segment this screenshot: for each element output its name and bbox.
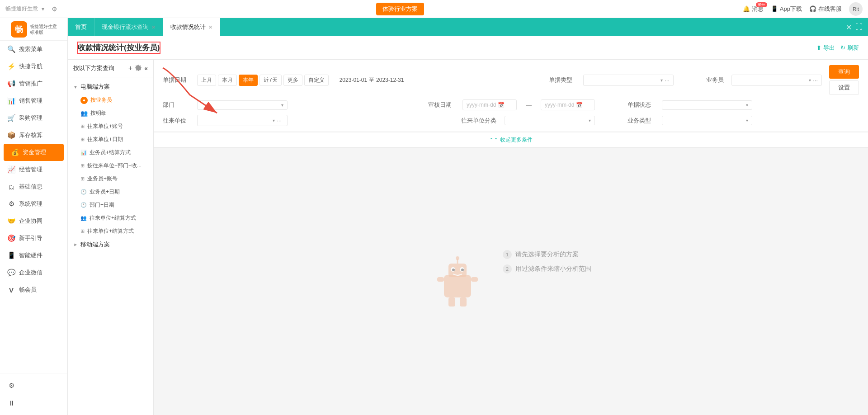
megaphone-icon: 📢 [7,80,15,88]
scheme-unit-dept-collect[interactable]: ⊞ 按往来单位+部门+收... [68,159,153,172]
more-icon[interactable]: ··· [665,77,670,84]
sidebar-item-search-menu[interactable]: 🔍 搜索菜单 [0,41,67,58]
sidebar-item-finance[interactable]: 💰 资金管理 [4,144,64,161]
scheme-salesman-account[interactable]: ⊞ 业务员+账号 [68,172,153,185]
page-actions: ⬆ 导出 ↻ 刷新 [816,44,859,52]
dropdown-arrow-icon[interactable]: ▾ [42,6,44,12]
clock-icon: 🕐 [80,202,87,208]
date-btn-this-month[interactable]: 本月 [218,75,237,86]
sidebar-item-basic-info[interactable]: 🗂 基础信息 [0,178,67,195]
sidebar-label: 新手引导 [19,234,42,242]
unit-category-select[interactable]: ▾ [505,116,595,125]
scheme-unit-date[interactable]: ⊞ 往来单位+日期 [68,133,153,146]
scheme-unit-settle1[interactable]: 👥 往来单位+结算方式 [68,212,153,225]
sidebar-item-smart-hw[interactable]: 📱 智能硬件 [0,247,67,264]
trial-button[interactable]: 体验行业方案 [376,3,424,15]
logo-text: 畅捷通好生意标准版 [30,24,57,35]
date-btn-7days[interactable]: 近7天 [259,75,282,86]
scheme-salesman-date[interactable]: 🕐 业务员+日期 [68,185,153,198]
tab-close-bank[interactable]: ✕ [151,24,156,30]
settings-button[interactable]: 设置 [829,80,859,95]
scheme-settings-button[interactable] [135,65,142,72]
app-download[interactable]: 📱 App下载 [771,5,802,13]
salesman-select[interactable]: ▾ ··· [731,75,822,86]
sidebar-item-sales[interactable]: 📊 销售管理 [0,92,67,109]
desktop-group-label: 电脑端方案 [80,83,110,91]
business-type-select[interactable]: ▾ [662,116,752,125]
tab-maximize[interactable]: ⛶ [855,23,863,31]
scheme-salesman-settle[interactable]: 📊 业务员+结算方式 [68,146,153,159]
tab-close-all[interactable]: ✕ [846,23,852,32]
date-btn-last-month[interactable]: 上月 [197,75,216,86]
tab-home[interactable]: 首页 [68,18,94,36]
notification-badge: 99+ [756,2,767,7]
cart-icon: 🛒 [7,114,15,122]
chart-icon: 📊 [7,97,15,105]
voucher-type-select[interactable]: ▾ ··· [583,75,674,86]
sidebar-item-member[interactable]: V 畅会员 [0,281,67,298]
sidebar-item-purchase[interactable]: 🛒 采购管理 [0,109,67,127]
data-area: 1 请先选择要分析的方案 2 用过滤条件来缩小分析范围 [154,148,868,415]
tree-section: ▼ 电脑端方案 ● 按业务员 👥 按明细 [68,77,153,254]
sidebar-item-operation[interactable]: 📈 经营管理 [0,161,67,178]
add-scheme-button[interactable]: + [128,64,132,72]
tab-receipt[interactable]: 收款情况统计 ✕ [163,18,220,36]
folder-icon: 🗂 [7,183,15,191]
chevron-down-icon: ▾ [281,103,283,108]
sidebar-item-beginner[interactable]: 🎯 新手引导 [0,230,67,247]
dash: — [526,102,532,108]
desktop-group-title[interactable]: ▼ 电脑端方案 [68,80,153,94]
sidebar-item-quick-nav[interactable]: ⚡ 快捷导航 [0,58,67,75]
gear-icon[interactable]: ⚙ [52,5,57,13]
review-date-start[interactable]: yyyy-mm-dd 📅 [462,99,517,110]
scheme-unit-account[interactable]: ⊞ 往来单位+账号 [68,120,153,133]
export-button[interactable]: ⬆ 导出 [816,44,835,52]
date-btn-this-year[interactable]: 本年 [239,75,258,86]
calendar-icon: 📅 [498,102,505,108]
date-btn-more[interactable]: 更多 [283,75,302,86]
collapse-bar[interactable]: ⌃⌃ 收起更多条件 [154,132,868,148]
sidebar-label: 快捷导航 [19,62,42,71]
mobile-group-title[interactable]: ▼ 移动端方案 [68,238,153,251]
sidebar-settings[interactable]: ⚙ [0,377,67,394]
online-support[interactable]: 🎧 在线客服 [809,5,842,13]
scheme-by-detail[interactable]: 👥 按明细 [68,107,153,120]
expand-arrow-icon: ▼ [73,242,78,247]
scheme-label: 业务员+日期 [90,188,120,196]
query-button[interactable]: 查询 [829,65,859,79]
scheme-dept-date[interactable]: 🕐 部门+日期 [68,198,153,212]
date-btn-custom[interactable]: 自定义 [304,75,329,86]
notification-area[interactable]: 🔔 消息 99+ [743,5,764,13]
sidebar-item-system[interactable]: ⚙ 系统管理 [0,195,67,212]
sidebar-item-inventory[interactable]: 📦 库存核算 [0,127,67,144]
svg-point-4 [452,269,455,271]
dept-select[interactable]: ▾ [197,100,288,110]
sidebar-item-corp-wechat[interactable]: 💬 企业微信 [0,264,67,281]
from-unit-label: 往来单位 [163,117,190,125]
scheme-label: 往来单位+日期 [87,136,123,143]
voucher-type-label: 单据类型 [549,76,576,84]
scheme-by-salesman[interactable]: ● 按业务员 [68,94,153,107]
sidebar-label: 企业微信 [19,269,42,277]
scheme-unit-settle2[interactable]: ⊞ 往来单位+结算方式 [68,225,153,238]
sidebar-item-marketing[interactable]: 📢 营销推广 [0,75,67,92]
from-unit-select[interactable]: ▾ ··· [197,115,288,126]
sidebar-item-cooperation[interactable]: 🤝 企业协同 [0,212,67,230]
tab-bank[interactable]: 现金银行流水查询 ✕ [94,18,163,36]
top-breadcrumb: 畅捷通好生意 [5,5,38,13]
chevron-up-icon: ⌃⌃ [489,137,498,143]
more-dots[interactable]: ··· [813,77,818,84]
export-icon: ⬆ [816,44,821,51]
sidebar-collapse[interactable]: ⏸ [0,394,67,411]
more-icon[interactable]: ··· [277,117,282,124]
tab-close-receipt[interactable]: ✕ [208,24,212,30]
user-avatar[interactable]: Rit [849,2,863,16]
refresh-button[interactable]: ↻ 刷新 [840,44,859,52]
collapse-icon: ⏸ [7,399,15,407]
review-date-end[interactable]: yyyy-mm-dd 📅 [541,99,595,110]
voucher-status-select[interactable]: ▾ [662,100,752,110]
hint-list: 1 请先选择要分析的方案 2 用过滤条件来缩小分析范围 [503,250,591,274]
collapse-panel-button[interactable]: « [144,65,148,72]
tab-label: 现金银行流水查询 [102,23,149,31]
date-placeholder-start: yyyy-mm-dd [467,102,496,108]
